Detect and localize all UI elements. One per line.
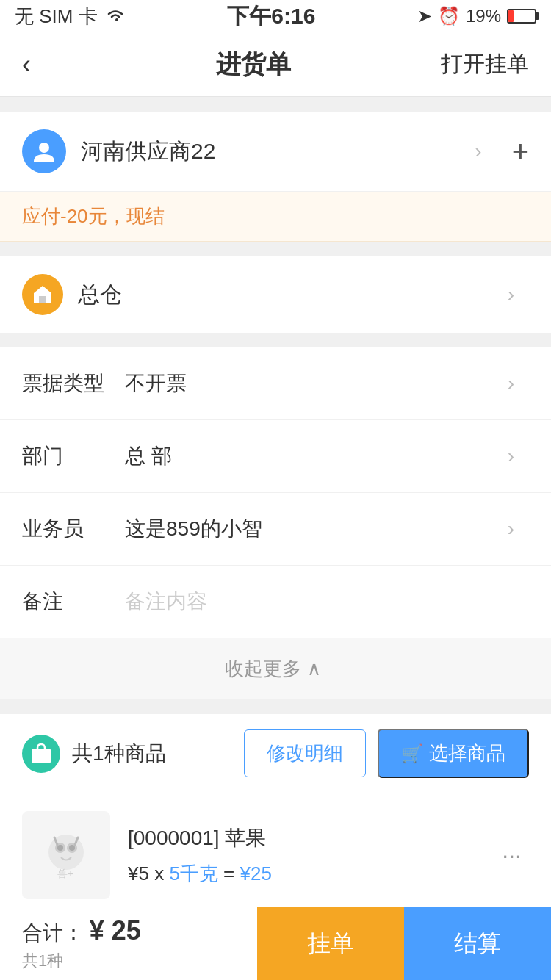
- warehouse-name: 总仓: [78, 280, 508, 310]
- supplier-row[interactable]: 河南供应商22 › +: [0, 112, 551, 192]
- status-right: ➤ ⏰ 19%: [417, 6, 536, 26]
- status-left: 无 SIM 卡: [15, 4, 126, 29]
- product-info: [0000001] 苹果 ¥5 x 5千克 = ¥25: [128, 824, 494, 887]
- select-product-label: 选择商品: [429, 741, 505, 766]
- wifi-icon: [105, 5, 126, 28]
- warehouse-section: 总仓 ›: [0, 256, 551, 333]
- section-divider-4: [0, 699, 551, 714]
- warehouse-icon: [22, 274, 63, 315]
- supplier-name: 河南供应商22: [81, 137, 475, 167]
- ticket-type-value: 不开票: [110, 370, 508, 397]
- checkout-button[interactable]: 结算: [404, 907, 551, 981]
- notice-banner: 应付-20元，现结: [0, 192, 551, 242]
- svg-text:兽+: 兽+: [57, 868, 73, 879]
- svg-rect-2: [32, 749, 51, 763]
- alarm-icon: ⏰: [438, 6, 460, 26]
- svg-point-6: [57, 845, 63, 851]
- products-header: 共1种商品 修改明细 🛒 选择商品: [0, 714, 551, 793]
- collapse-icon: ∧: [307, 657, 321, 680]
- ticket-type-row[interactable]: 票据类型 不开票 ›: [0, 347, 551, 420]
- total-price: ¥25: [240, 862, 272, 884]
- total-sub: 共1种: [22, 950, 235, 972]
- products-icon: [22, 735, 60, 773]
- salesperson-value: 这是859的小智: [110, 515, 508, 543]
- total-amount: ¥ 25: [90, 915, 141, 945]
- collapse-row[interactable]: 收起更多 ∧: [0, 638, 551, 699]
- svg-point-0: [39, 143, 49, 153]
- salesperson-label: 业务员: [22, 515, 110, 543]
- total-label: 合计：: [22, 921, 84, 944]
- total-line: 合计： ¥ 25: [22, 915, 235, 947]
- department-chevron-icon: ›: [508, 444, 514, 468]
- total-section: 合计： ¥ 25 共1种: [0, 915, 257, 972]
- more-button[interactable]: ···: [494, 835, 529, 876]
- hold-button[interactable]: 挂单: [257, 907, 404, 981]
- product-price: ¥5 x 5千克 = ¥25: [128, 861, 494, 887]
- supplier-chevron-icon: ›: [475, 140, 481, 163]
- product-thumbnail: 兽+: [22, 811, 110, 899]
- form-section: 票据类型 不开票 › 部门 总 部 › 业务员 这是859的小智 › 备注 备注…: [0, 347, 551, 638]
- ticket-type-chevron-icon: ›: [508, 372, 514, 395]
- bottom-bar: 合计： ¥ 25 共1种 挂单 结算: [0, 907, 551, 980]
- warehouse-chevron-icon: ›: [508, 283, 514, 306]
- svg-rect-1: [39, 296, 46, 303]
- qty: 5千克: [169, 862, 217, 884]
- section-divider-3: [0, 333, 551, 347]
- nav-bar: ‹ 进货单 打开挂单: [0, 32, 551, 97]
- cart-icon: 🛒: [401, 743, 423, 764]
- status-time: 下午6:16: [227, 1, 315, 32]
- warehouse-row[interactable]: 总仓 ›: [0, 256, 551, 333]
- equals-sign: =: [223, 862, 240, 884]
- collapse-label: 收起更多: [225, 656, 301, 682]
- location-icon: ➤: [417, 6, 432, 26]
- section-divider-1: [0, 97, 551, 112]
- remark-label: 备注: [22, 588, 110, 616]
- supplier-avatar: [22, 129, 66, 173]
- battery-percent: 19%: [466, 6, 501, 26]
- open-hold-button[interactable]: 打开挂单: [441, 49, 529, 79]
- product-item: 兽+ [0000001] 苹果 ¥5 x 5千克 = ¥25 ···: [0, 793, 551, 918]
- remark-input[interactable]: 备注内容: [110, 588, 529, 616]
- carrier-text: 无 SIM 卡: [15, 4, 98, 29]
- multiply-sign: x: [154, 862, 169, 884]
- salesperson-chevron-icon: ›: [508, 517, 514, 541]
- status-bar: 无 SIM 卡 下午6:16 ➤ ⏰ 19%: [0, 0, 551, 32]
- remark-row[interactable]: 备注 备注内容: [0, 566, 551, 638]
- products-count: 共1种商品: [72, 740, 244, 768]
- product-name: [0000001] 苹果: [128, 824, 494, 852]
- battery-icon: [507, 9, 536, 24]
- department-label: 部门: [22, 442, 110, 470]
- section-divider-2: [0, 242, 551, 256]
- department-row[interactable]: 部门 总 部 ›: [0, 420, 551, 493]
- department-value: 总 部: [110, 442, 508, 470]
- products-section: 共1种商品 修改明细 🛒 选择商品 兽+ [0000001] 苹果: [0, 714, 551, 918]
- back-button[interactable]: ‹: [22, 49, 66, 80]
- svg-point-3: [48, 835, 84, 870]
- edit-detail-button[interactable]: 修改明细: [244, 729, 366, 777]
- salesperson-row[interactable]: 业务员 这是859的小智 ›: [0, 493, 551, 566]
- supplier-section: 河南供应商22 › + 应付-20元，现结: [0, 112, 551, 242]
- svg-point-7: [69, 845, 75, 851]
- divider: [497, 137, 497, 166]
- select-product-button[interactable]: 🛒 选择商品: [378, 729, 529, 778]
- add-supplier-button[interactable]: +: [512, 135, 529, 168]
- unit-price: ¥5: [128, 862, 149, 884]
- ticket-type-label: 票据类型: [22, 370, 110, 397]
- page-title: 进货单: [216, 48, 291, 82]
